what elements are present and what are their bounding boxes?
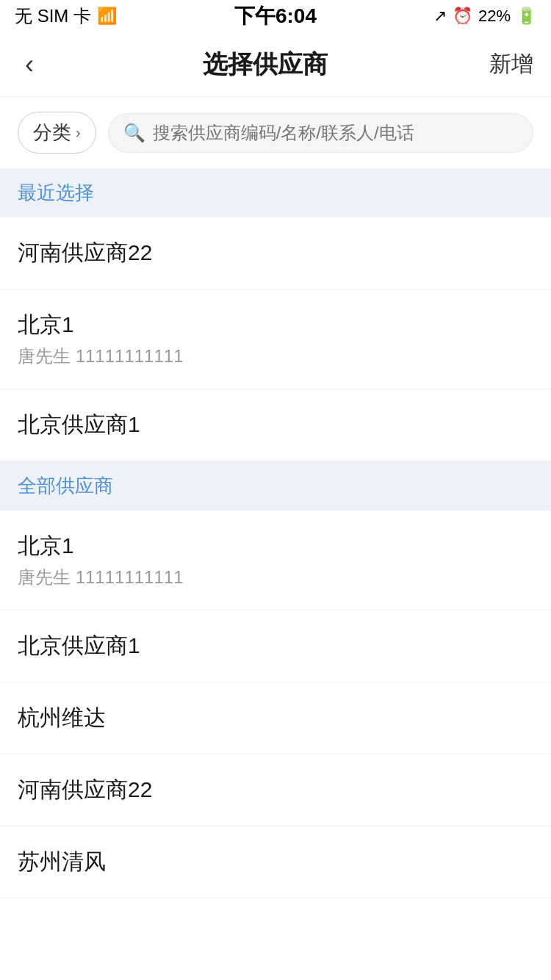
battery-icon: 🔋: [516, 7, 536, 26]
status-bar: 无 SIM 卡 📶 下午6:04 ↗ ⏰ 22% 🔋: [0, 0, 551, 32]
nav-bar: ‹ 选择供应商 新增: [0, 32, 551, 97]
all-item-name-3: 河南供应商22: [18, 775, 533, 805]
search-input[interactable]: [153, 123, 518, 143]
recent-section-header: 最近选择: [0, 168, 551, 217]
alarm-icon: ⏰: [453, 7, 472, 26]
all-item-2[interactable]: 杭州维达: [0, 682, 551, 754]
all-section-label: 全部供应商: [18, 475, 113, 497]
status-time: 下午6:04: [234, 2, 317, 30]
all-item-1[interactable]: 北京供应商1: [0, 610, 551, 682]
all-item-name-0: 北京1: [18, 531, 533, 561]
all-section-header: 全部供应商: [0, 461, 551, 511]
recent-item-1[interactable]: 北京1 唐先生 11111111111: [0, 289, 551, 389]
recent-item-name-1: 北京1: [18, 310, 533, 340]
sim-status: 无 SIM 卡: [15, 4, 91, 28]
page-title: 选择供应商: [203, 48, 328, 82]
location-icon: ↗: [433, 7, 447, 26]
battery-indicator: 22%: [478, 7, 511, 26]
all-items-list: 北京1 唐先生 11111111111 北京供应商1 杭州维达 河南供应商22 …: [0, 511, 551, 898]
recent-item-name-0: 河南供应商22: [18, 238, 533, 268]
all-item-3[interactable]: 河南供应商22: [0, 754, 551, 826]
category-button[interactable]: 分类 ›: [18, 112, 96, 154]
chevron-right-icon: ›: [76, 124, 81, 141]
all-item-sub-0: 唐先生 11111111111: [18, 566, 533, 589]
add-button[interactable]: 新增: [489, 49, 533, 79]
recent-item-2[interactable]: 北京供应商1: [0, 389, 551, 461]
all-item-name-2: 杭州维达: [18, 703, 533, 733]
all-item-name-4: 苏州清风: [18, 847, 533, 877]
status-right: ↗ ⏰ 22% 🔋: [433, 7, 536, 26]
search-icon: 🔍: [123, 123, 145, 143]
filter-bar: 分类 › 🔍: [0, 97, 551, 168]
recent-section-label: 最近选择: [18, 181, 94, 203]
back-button[interactable]: ‹: [18, 42, 41, 87]
category-label: 分类: [33, 120, 71, 145]
recent-item-0[interactable]: 河南供应商22: [0, 217, 551, 289]
recent-items-list: 河南供应商22 北京1 唐先生 11111111111 北京供应商1: [0, 217, 551, 461]
all-item-name-1: 北京供应商1: [18, 631, 533, 661]
search-box[interactable]: 🔍: [108, 113, 533, 153]
all-item-4[interactable]: 苏州清风: [0, 826, 551, 898]
recent-item-sub-1: 唐先生 11111111111: [18, 345, 533, 368]
status-left: 无 SIM 卡 📶: [15, 4, 117, 28]
recent-item-name-2: 北京供应商1: [18, 410, 533, 440]
all-item-0[interactable]: 北京1 唐先生 11111111111: [0, 511, 551, 610]
wifi-icon: 📶: [97, 7, 117, 26]
